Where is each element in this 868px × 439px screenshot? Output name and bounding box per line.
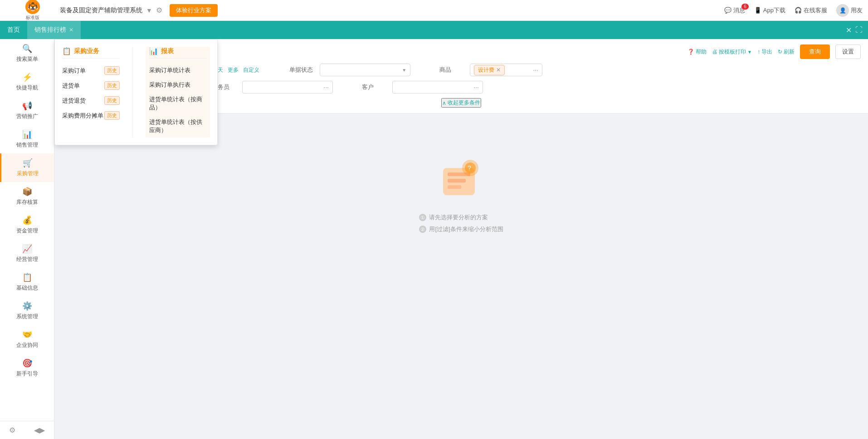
close-window-icon[interactable]: ✕ bbox=[846, 26, 852, 35]
user-area[interactable]: 👤 用友 bbox=[836, 4, 863, 17]
dropdown-item-purchase-order[interactable]: 采购订单 历史 bbox=[62, 63, 120, 78]
sidebar-item-sales[interactable]: 📊 销售管理 bbox=[0, 125, 54, 153]
sidebar-item-search[interactable]: 🔍 搜索菜单 bbox=[0, 39, 54, 68]
message-icon: 💬 bbox=[724, 7, 731, 14]
tab-sales-ranking[interactable]: 销售排行榜 ✕ bbox=[27, 21, 81, 39]
print-button[interactable]: 🖨 按模板打印 ▼ bbox=[712, 48, 752, 56]
help-icon: ❓ bbox=[688, 49, 694, 55]
tip1-text: 请先选择要分析的方案 bbox=[429, 212, 488, 223]
refresh-label: 刷新 bbox=[784, 48, 795, 56]
inventory-icon: 📦 bbox=[22, 187, 32, 197]
print-label: 按模板打印 bbox=[719, 48, 746, 56]
industry-button[interactable]: 体验行业方案 bbox=[170, 4, 218, 17]
online-service-label: 在线客服 bbox=[804, 6, 827, 15]
goods-tag-close[interactable]: ✕ bbox=[496, 67, 501, 73]
close-tab-icon[interactable]: ✕ bbox=[69, 27, 73, 33]
avatar: 👤 bbox=[836, 4, 849, 17]
purchase-icon: 🛒 bbox=[23, 158, 33, 168]
app-download-item[interactable]: 📱 App下载 bbox=[754, 6, 785, 15]
sidebar-item-beginner[interactable]: 🎯 新手引导 bbox=[0, 354, 54, 382]
dropdown-item-inbound-stats-goods[interactable]: 进货单统计表（按商品） bbox=[149, 92, 207, 115]
collapse-button[interactable]: ∧ 收起更多条件 bbox=[441, 98, 481, 108]
tab-home[interactable]: 首页 bbox=[0, 21, 27, 39]
phone-icon: 📱 bbox=[754, 7, 761, 14]
customer-dots-btn[interactable]: ··· bbox=[473, 84, 479, 91]
help-label: 帮助 bbox=[696, 48, 707, 56]
purchase-order-label: 采购订单 bbox=[62, 67, 86, 75]
collapse-label: 收起更多条件 bbox=[448, 99, 480, 107]
logo-subtext: 标准版 bbox=[26, 15, 39, 21]
sidebar-item-finance-label: 资金管理 bbox=[16, 227, 38, 235]
chevron-down-icon[interactable]: ▼ bbox=[146, 7, 152, 14]
inbound-label: 进货单 bbox=[62, 82, 80, 90]
dropdown-item-inbound[interactable]: 进货单 历史 bbox=[62, 78, 120, 93]
salesperson-dots-btn[interactable]: ··· bbox=[323, 84, 329, 91]
export-label: 导出 bbox=[761, 48, 772, 56]
online-service-item[interactable]: 🎧 在线客服 bbox=[795, 6, 827, 15]
query-button[interactable]: 查询 bbox=[800, 44, 830, 59]
sidebar-item-enterprise[interactable]: 🤝 企业协同 bbox=[0, 325, 54, 354]
dropdown-separator bbox=[132, 47, 133, 138]
svg-rect-3 bbox=[448, 185, 461, 189]
print-chevron-icon: ▼ bbox=[747, 49, 752, 54]
tab-sales-label: 销售排行榜 bbox=[34, 26, 66, 34]
dropdown-cols: 📋 采购业务 采购订单 历史 进货单 历史 进货退货 历史 采购费用分摊单 历史 bbox=[62, 47, 210, 138]
sidebar-item-system[interactable]: ⚙️ 系统管理 bbox=[0, 296, 54, 325]
print-icon: 🖨 bbox=[712, 49, 717, 55]
quick-date-custom[interactable]: 自定义 bbox=[242, 66, 260, 74]
sidebar-collapse-icon[interactable]: ◀▶ bbox=[34, 426, 45, 434]
sidebar-settings-icon[interactable]: ⚙ bbox=[9, 426, 15, 434]
sidebar-item-inventory[interactable]: 📦 库存核算 bbox=[0, 182, 54, 211]
reports-col-icon: 📊 bbox=[149, 47, 158, 55]
dropdown-col2-title-text: 报表 bbox=[161, 47, 174, 55]
dropdown-col1-title-text: 采购业务 bbox=[74, 47, 99, 55]
sidebar-item-purchase[interactable]: 🛒 采购管理 bbox=[0, 153, 54, 182]
goods-dots-btn[interactable]: ··· bbox=[533, 66, 538, 74]
dropdown-item-inbound-stats-supplier[interactable]: 进货单统计表（按供应商） bbox=[149, 115, 207, 138]
sidebar-item-beginner-label: 新手引导 bbox=[16, 370, 38, 378]
purchase-col-icon: 📋 bbox=[62, 47, 71, 55]
tab-bar: 首页 销售排行榜 ✕ ✕ ⛶ bbox=[0, 21, 868, 39]
empty-illustration: ? bbox=[434, 150, 488, 204]
logo-area: 🐯 标准版 bbox=[5, 0, 60, 21]
sidebar-item-quicknav[interactable]: ⚡ 快捷导航 bbox=[0, 68, 54, 96]
setting-button[interactable]: 设置 bbox=[835, 44, 861, 59]
quick-date-more[interactable]: 更多 bbox=[227, 66, 239, 74]
sidebar-item-marketing[interactable]: 📢 营销推广 bbox=[0, 96, 54, 125]
refresh-button[interactable]: ↻ 刷新 bbox=[778, 48, 795, 56]
sidebar-item-purchase-label: 采购管理 bbox=[17, 170, 39, 178]
dropdown-col2-title: 📊 报表 bbox=[149, 47, 207, 59]
expense-label: 采购费用分摊单 bbox=[62, 112, 103, 120]
tip-item-1: ① 请先选择要分析的方案 bbox=[419, 212, 503, 223]
dropdown-item-order-exec[interactable]: 采购订单执行表 bbox=[149, 78, 207, 92]
gear-icon[interactable]: ⚙ bbox=[156, 6, 162, 15]
svg-text:?: ? bbox=[468, 164, 471, 172]
sidebar-item-basic-info[interactable]: 📋 基础信息 bbox=[0, 268, 54, 296]
finance-icon: 💰 bbox=[22, 215, 32, 225]
dropdown-item-expense[interactable]: 采购费用分摊单 历史 bbox=[62, 108, 120, 123]
sidebar-bottom: ⚙ ◀▶ bbox=[0, 421, 54, 439]
message-icon-item[interactable]: 💬 消息 6 bbox=[724, 6, 745, 15]
empty-tips: ① 请先选择要分析的方案 ② 用[过滤]条件来缩小分析范围 bbox=[419, 212, 503, 235]
history-tag-3: 历史 bbox=[104, 111, 120, 120]
order-stats-label: 采购订单统计表 bbox=[149, 66, 190, 74]
sidebar-item-operations[interactable]: 📈 经营管理 bbox=[0, 239, 54, 268]
goods-tag: 设计费 ✕ bbox=[474, 65, 505, 75]
dropdown-item-order-stats[interactable]: 采购订单统计表 bbox=[149, 63, 207, 78]
sidebar-item-inventory-label: 库存核算 bbox=[16, 198, 38, 206]
tip-item-2: ② 用[过滤]条件来缩小分析范围 bbox=[419, 223, 503, 235]
operations-icon: 📈 bbox=[22, 244, 32, 254]
sidebar-item-finance[interactable]: 💰 资金管理 bbox=[0, 211, 54, 239]
user-label: 用友 bbox=[851, 6, 863, 15]
export-button[interactable]: ↑ 导出 bbox=[757, 48, 772, 56]
maximize-icon[interactable]: ⛶ bbox=[855, 26, 863, 34]
history-tag-1: 历史 bbox=[104, 81, 120, 90]
voucher-status-chevron[interactable]: ▼ bbox=[402, 68, 406, 73]
dropdown-item-return[interactable]: 进货退货 历史 bbox=[62, 93, 120, 108]
enterprise-icon: 🤝 bbox=[22, 330, 32, 340]
sidebar-item-quicknav-label: 快捷导航 bbox=[16, 84, 38, 92]
beginner-icon: 🎯 bbox=[22, 358, 32, 368]
dropdown-col-purchase: 📋 采购业务 采购订单 历史 进货单 历史 进货退货 历史 采购费用分摊单 历史 bbox=[62, 47, 120, 138]
help-button[interactable]: ❓ 帮助 bbox=[688, 48, 707, 56]
system-icon: ⚙️ bbox=[22, 301, 32, 311]
